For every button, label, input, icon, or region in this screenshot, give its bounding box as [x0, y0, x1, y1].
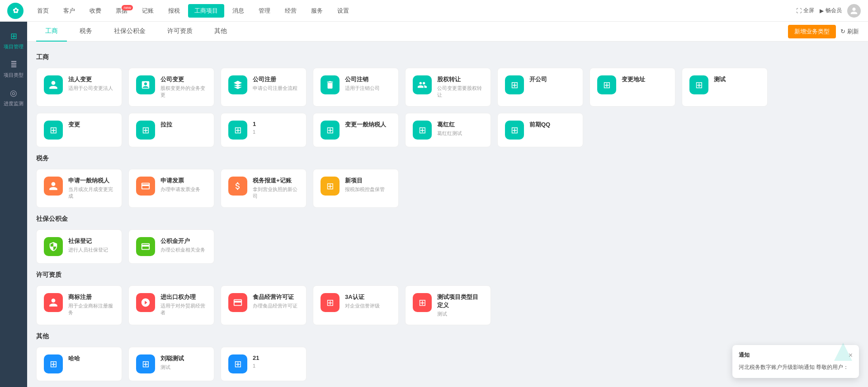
nav-fee[interactable]: 收费	[83, 4, 108, 18]
card-text-kai: 开公司	[529, 75, 547, 85]
sidebar-item-project-type[interactable]: ≣ 项目类型	[0, 55, 27, 83]
card-icon-gjj	[136, 237, 155, 256]
card-shenqing-fapiao[interactable]: 申请发票 办理申请发票业务	[128, 169, 214, 208]
nav-ticket[interactable]: 票据 new	[109, 4, 134, 18]
card-biangeng-dizhi[interactable]: ⊞ 变更地址	[590, 68, 675, 107]
card-text-zhuxiao: 公司注销 适用于注销公司	[345, 75, 380, 92]
card-tax-jizh[interactable]: 税务报道+记账 拿到营业执照的新公司	[221, 169, 307, 208]
card-kai-gongsi[interactable]: ⊞ 开公司	[497, 68, 583, 107]
tab-shuiwu[interactable]: 税务	[71, 22, 101, 42]
card-text-nase: 变更一般纳税人	[345, 121, 386, 130]
card-icon-ghh: ⊞	[413, 121, 432, 140]
tab-xuke[interactable]: 许可资质	[158, 22, 202, 42]
ticket-badge: new	[122, 5, 133, 10]
card-test-xuke[interactable]: ⊞ 测试项目类型目定义 测试	[405, 285, 491, 325]
nav-customer[interactable]: 客户	[57, 4, 81, 18]
card-icon-jck	[136, 293, 155, 312]
card-text-zhuce: 公司注册 申请公司注册全流程	[253, 75, 297, 92]
section-title-qita: 其他	[36, 332, 859, 340]
member-button[interactable]: ▶ 畅会员	[820, 7, 842, 14]
nav-service[interactable]: 服务	[305, 4, 329, 18]
card-biangeng2[interactable]: ⊞ 变更	[36, 113, 122, 147]
project-manage-icon: ⊞	[8, 31, 19, 42]
card-biangeng-납세[interactable]: ⊞ 变更一般纳税人	[313, 113, 399, 147]
nav-gongshang[interactable]: 工商项目	[188, 4, 224, 18]
card-gehonghong[interactable]: ⊞ 葛红红 葛红红测试	[405, 113, 491, 147]
card-text-sb: 商标注册 用于企业商标注册服务	[68, 293, 114, 317]
nav-settings[interactable]: 设置	[331, 4, 355, 18]
card-text-3a: 3A认证 对企业信誉评级	[345, 293, 380, 309]
section-title-shebao: 社保公积金	[36, 215, 859, 223]
card-icon-bg2: ⊞	[44, 121, 63, 140]
sub-tabs: 工商 税务 社保公积金 许可资质 其他 新增业务类型 ↻ 刷新	[27, 22, 868, 42]
card-text-1: 1 1	[253, 121, 256, 135]
card-text-np: 新项目 报税加税控盘保管	[345, 177, 385, 193]
card-icon-fp	[136, 177, 155, 196]
card-text-faren: 法人变更 适用于公司变更法人	[68, 75, 113, 92]
card-liucong[interactable]: ⊞ 刘聪测试 测试	[128, 347, 214, 381]
section-title-gongshang: 工商	[36, 53, 859, 61]
nav-tax[interactable]: 报税	[162, 4, 186, 18]
card-text-dizhi: 变更地址	[622, 75, 645, 85]
shuiwu-cards: 申请一般纳税人 当月或次月成变更完成 申请发票 办理申请发票业务 税务报道+	[36, 169, 859, 208]
card-icon-dizhi: ⊞	[597, 75, 616, 94]
card-faren-biangeng[interactable]: 法人变更 适用于公司变更法人	[36, 68, 122, 107]
card-icon-sp	[228, 293, 247, 312]
card-text-21: 21 1	[253, 354, 259, 369]
card-icon-zhuce	[228, 75, 247, 94]
card-gongsi-zhuxiao[interactable]: 公司注销 适用于注销公司	[313, 68, 399, 107]
card-ceshi[interactable]: ⊞ 测试	[682, 68, 768, 107]
content-area: 工商 法人变更 适用于公司变更法人 公司变更 股权变更外的业务变更	[27, 42, 868, 387]
card-text-tx: 测试项目类型目定义 测试	[437, 293, 483, 317]
card-lala[interactable]: ⊞ 拉拉	[128, 113, 214, 147]
card-text-gongsi-bg: 公司变更 股权变更外的业务变更	[160, 75, 207, 99]
main-content: 工商 税务 社保公积金 许可资质 其他 新增业务类型 ↻ 刷新 工商 法人变更 …	[27, 22, 868, 387]
tab-shebao[interactable]: 社保公积金	[105, 22, 155, 42]
card-3a[interactable]: ⊞ 3A认证 对企业信誉评级	[313, 285, 399, 325]
card-icon-zhuxiao	[321, 75, 340, 94]
card-icon-lala: ⊞	[136, 121, 155, 140]
card-text-haha: 哈哈	[68, 354, 80, 364]
card-new-project[interactable]: ⊞ 新项目 报税加税控盘保管	[313, 169, 399, 208]
nav-home[interactable]: 首页	[31, 4, 55, 18]
fullscreen-button[interactable]: ⛶ 全屏	[796, 7, 814, 14]
card-shebao-dengji[interactable]: 社保登记 进行人员社保登记	[36, 229, 122, 264]
card-jinchuko[interactable]: 进出口权办理 适用于对外贸易经营者	[128, 285, 214, 325]
sub-tabs-actions: 新增业务类型 ↻ 刷新	[788, 25, 859, 38]
card-icon-guquan	[413, 75, 432, 94]
nav-manage[interactable]: 管理	[252, 4, 277, 18]
card-qianqi-qq[interactable]: ⊞ 前期QQ	[497, 113, 583, 147]
card-icon-tx: ⊞	[413, 293, 432, 312]
card-shipin[interactable]: 食品经营许可证 办理食品经营许可证	[221, 285, 307, 325]
card-gongsi-biangeng[interactable]: 公司变更 股权变更外的业务变更	[128, 68, 214, 107]
app-logo: ✿	[7, 3, 24, 19]
card-icon-nase: ⊞	[321, 121, 340, 140]
card-icon-lc: ⊞	[136, 354, 155, 373]
card-1[interactable]: ⊞ 1 1	[221, 113, 307, 147]
card-gongsi-zhuce[interactable]: 公司注册 申请公司注册全流程	[221, 68, 307, 107]
card-text-sn: 申请一般纳税人 当月或次月成变更完成	[68, 177, 114, 200]
card-haha[interactable]: ⊞ 哈哈	[36, 347, 122, 381]
tab-qita[interactable]: 其他	[205, 22, 236, 42]
card-shangbiao[interactable]: 商标注册 用于企业商标注册服务	[36, 285, 122, 325]
nav-operation[interactable]: 经营	[278, 4, 303, 18]
avatar[interactable]	[847, 4, 861, 18]
tab-gongshang[interactable]: 工商	[36, 22, 67, 42]
sidebar-item-project-manage[interactable]: ⊞ 项目管理	[0, 26, 27, 55]
new-type-button[interactable]: 新增业务类型	[788, 25, 836, 38]
card-text-bg2: 变更	[68, 121, 80, 130]
section-title-xuke: 许可资质	[36, 271, 859, 279]
card-gjj-kaihu[interactable]: 公积金开户 办理公积金相关业务	[128, 229, 214, 264]
card-text-qq: 前期QQ	[529, 121, 550, 130]
card-text-lala: 拉拉	[160, 121, 172, 130]
card-guquan-zhuanrang[interactable]: 股权转让 公司变更需要股权转让	[405, 68, 491, 107]
svg-marker-0	[834, 343, 852, 361]
sidebar-item-progress[interactable]: ◎ 进度监测	[0, 83, 27, 112]
nav-message[interactable]: 消息	[226, 4, 250, 18]
refresh-button[interactable]: ↻ 刷新	[840, 28, 859, 36]
card-shenqing-납세[interactable]: 申请一般纳税人 当月或次月成变更完成	[36, 169, 122, 208]
card-21[interactable]: ⊞ 21 1	[221, 347, 307, 381]
card-icon-gongsi-bg	[136, 75, 155, 94]
card-text-guquan: 股权转让 公司变更需要股权转让	[437, 75, 483, 99]
nav-accounting[interactable]: 记账	[136, 4, 160, 18]
